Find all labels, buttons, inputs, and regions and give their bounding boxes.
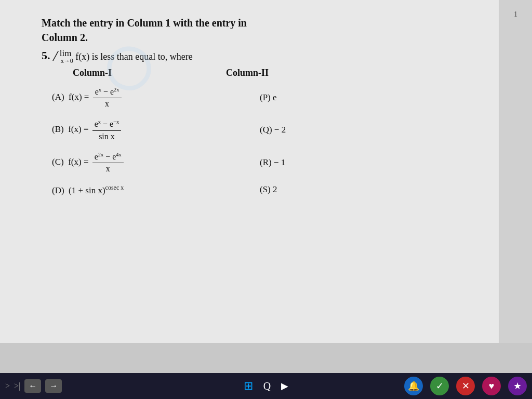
fraction-B-numerator: ex − e−x — [92, 119, 122, 130]
entry-row-C: (C) f(x) = e2x − e4x x (R) − 1 — [52, 152, 478, 174]
back-button[interactable]: ← — [24, 379, 41, 393]
fraction-B-denominator: sin x — [97, 131, 117, 141]
entry-D-col2: (S) 2 — [260, 184, 277, 195]
question-number: 5. — [42, 49, 50, 62]
slash-mark: / — [54, 47, 58, 64]
right-panel: 1 — [499, 0, 532, 343]
windows-icon[interactable]: ⊞ — [244, 379, 253, 393]
entries-container: (A) f(x) = ex − e2x x (P) e (B) f(x) = e… — [52, 87, 478, 196]
fraction-A-denominator: x — [103, 98, 111, 109]
entry-C-col2: (R) − 1 — [260, 157, 285, 168]
fraction-A-numerator: ex − e2x — [93, 87, 122, 98]
search-icon[interactable]: Q — [263, 380, 271, 392]
entry-C-col1: (C) f(x) = e2x − e4x x — [52, 152, 229, 174]
nav-right-arrow[interactable]: >| — [14, 381, 20, 391]
nav-left-arrow[interactable]: > — [5, 381, 10, 391]
taskbar-icons: 🔔 ✓ ✕ ♥ ★ — [404, 377, 527, 395]
taskbar-app-icon[interactable]: ▶ — [281, 380, 288, 392]
entry-B-col2: (Q) − 2 — [260, 125, 286, 135]
entry-A-col2: (P) e — [260, 92, 277, 103]
column-I-header: Column-I — [73, 68, 112, 78]
column-headers: Column-I Column-II — [73, 68, 478, 78]
instruction-text: Match the entry in Column 1 with the ent… — [42, 17, 247, 43]
notification-icon[interactable]: 🔔 — [404, 377, 423, 395]
check-icon[interactable]: ✓ — [430, 377, 449, 395]
entry-row-B: (B) f(x) = ex − e−x sin x (Q) − 2 — [52, 119, 478, 141]
taskbar: > >| ← → ⊞ Q ▶ 🔔 ✓ ✕ ♥ ★ — [0, 373, 532, 399]
entry-row-D: (D) (1 + sin x)cosec x (S) 2 — [52, 184, 478, 196]
main-content: ◯ Match the entry in Column 1 with the e… — [0, 0, 499, 343]
entry-A-col1: (A) f(x) = ex − e2x x — [52, 87, 229, 109]
fraction-A: ex − e2x x — [93, 87, 122, 109]
column-II-header: Column-II — [226, 68, 269, 78]
question-row: 5. / lim x→0 f(x) is less than equal to,… — [42, 49, 478, 64]
extra-icon[interactable]: ★ — [508, 377, 527, 395]
right-panel-label: 1 — [499, 0, 532, 19]
fraction-C-denominator: x — [104, 163, 112, 174]
entry-B-col1: (B) f(x) = ex − e−x sin x — [52, 119, 229, 141]
entry-D-col1: (D) (1 + sin x)cosec x — [52, 184, 229, 196]
app-icon[interactable]: ♥ — [482, 377, 501, 395]
instruction: Match the entry in Column 1 with the ent… — [42, 16, 478, 45]
question-text: lim x→0 f(x) is less than equal to, wher… — [60, 49, 193, 64]
forward-button[interactable]: → — [45, 379, 62, 393]
fraction-B: ex − e−x sin x — [92, 119, 122, 141]
close-icon[interactable]: ✕ — [456, 377, 475, 395]
fraction-C: e2x − e4x x — [92, 152, 124, 174]
fraction-C-numerator: e2x − e4x — [92, 152, 124, 163]
entry-row-A: (A) f(x) = ex − e2x x (P) e — [52, 87, 478, 109]
